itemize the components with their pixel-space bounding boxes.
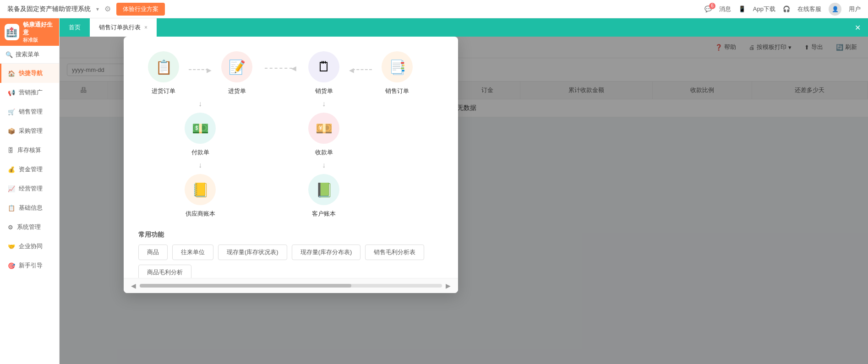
logo-text: 畅康通好生意 标准版 [23,21,55,43]
common-functions: 常用功能 商品 往来单位 现存量(库存状况表) 现存量(库存分布表) 销售毛利分… [138,231,443,278]
sidebar-item-quick[interactable]: 🏠 快捷导航 [0,64,59,83]
user-name-label: 用户 [849,5,861,13]
arrow-so-to-sb: ◀ [349,66,372,80]
popup-dialog: 📋 进货订单 ▶ 📝 进货单 [124,37,458,293]
payment-node: 💵 付款单 [181,109,219,160]
tab-close-icon[interactable]: × [144,24,147,31]
inventory-icon: 🗄 [8,147,14,154]
sidebar: 🏥 畅康通好生意 标准版 🔍 搜索菜单 🏠 快捷导航 📢 营销推广 🛒 销售管理… [0,18,60,364]
purchase-order-label: 进货订单 [152,87,175,95]
customer-account-label: 客户账本 [312,210,336,218]
scroll-right-arrow[interactable]: ▶ [446,282,451,289]
app-download-icon[interactable]: 📱 [738,5,746,12]
search-menu-item[interactable]: 🔍 搜索菜单 [0,46,59,64]
message-icon-wrapper[interactable]: 💬 6 [704,5,712,12]
sales-bill-circle: 🗒 [308,51,339,82]
message-badge: 6 [709,3,715,9]
logo-icon: 🏥 [5,24,19,40]
arrow-down-rec: ↓ [322,160,326,170]
customer-account-circle: 📗 [308,174,339,205]
online-service-icon[interactable]: 🎧 [783,5,790,12]
sidebar-item-finance[interactable]: 💰 资金管理 [0,160,59,179]
top-header: 装备及固定资产辅助管理系统 ▾ ⚙ 体验行业方案 💬 6 消息 📱 App下载 … [0,0,868,18]
arrow-down-sb: ↓ [322,99,326,109]
arrow-down-pb: ↓ [198,99,202,109]
scrollbar-thumb [140,284,351,288]
header-right: 💬 6 消息 📱 App下载 🎧 在线客服 👤 用户 [704,3,861,16]
system-icon: ⚙ [8,224,13,231]
arrow-po-to-pb: ▶ [189,66,212,80]
purchase-bill-circle: 📝 [221,51,252,82]
finance-icon: 💰 [8,166,15,173]
tab-home[interactable]: 首页 [60,18,90,37]
customer-account-node: 📗 客户账本 [305,170,343,222]
sidebar-item-guide[interactable]: 🎯 新手引导 [0,256,59,275]
guide-icon: 🎯 [8,262,15,269]
avatar[interactable]: 👤 [829,3,841,16]
search-icon: 🔍 [5,51,13,58]
sales-icon: 🛒 [8,109,15,115]
sidebar-item-system[interactable]: ⚙ 系统管理 [0,217,59,237]
content-area: 首页 销售订单执行表 × ✕ ❓ 帮助 🖨 按模板打印 ▾ [60,18,868,364]
receipt-circle: 💴 [308,113,339,144]
enterprise-icon: 🤝 [8,243,15,250]
gear-settings-icon[interactable]: ⚙ [104,5,111,13]
func-sales-profit-btn[interactable]: 销售毛利分析表 [365,244,424,260]
arrow-down-pay: ↓ [198,160,202,170]
sidebar-item-marketing[interactable]: 📢 营销推广 [0,83,59,102]
purchase-order-node: 📋 进货订单 [144,48,183,99]
sidebar-item-inventory[interactable]: 🗄 库存核算 [0,141,59,160]
flow-diagram: 📋 进货订单 ▶ 📝 进货单 [138,48,443,222]
basic-icon: 📋 [8,205,15,212]
func-product-btn[interactable]: 商品 [138,244,168,260]
sidebar-item-purchase[interactable]: 📦 采购管理 [0,121,59,141]
payment-circle: 💵 [185,113,216,144]
func-stock-dist-btn[interactable]: 现存量(库存分布表) [292,244,361,260]
func-product-profit-btn[interactable]: 商品毛利分析 [138,265,191,278]
tab-bar: 首页 销售订单执行表 × ✕ [60,18,868,37]
popup-body: 📋 进货订单 ▶ 📝 进货单 [124,37,458,278]
supplier-account-node: 📒 供应商账本 [181,170,219,222]
sales-bill-node: 🗒 销货单 [305,48,343,99]
sidebar-item-operations[interactable]: 📈 经营管理 [0,179,59,198]
app-download-label[interactable]: App下载 [753,5,775,13]
receipt-label: 收款单 [315,148,333,157]
app-title: 装备及固定资产辅助管理系统 [7,5,91,13]
sidebar-item-sales[interactable]: 🛒 销售管理 [0,102,59,121]
receipt-node: 💴 收款单 [305,109,343,160]
common-functions-title: 常用功能 [138,231,443,239]
header-left: 装备及固定资产辅助管理系统 ▾ ⚙ 体验行业方案 [7,3,165,16]
spacer-mid: ◀ [262,65,299,82]
func-partner-btn[interactable]: 往来单位 [172,244,213,260]
func-stock-status-btn[interactable]: 现存量(库存状况表) [218,244,287,260]
supplier-account-circle: 📒 [185,174,216,205]
popup-scrollbar: ◀ ▶ [124,278,458,293]
main-container: 🏥 畅康通好生意 标准版 🔍 搜索菜单 🏠 快捷导航 📢 营销推广 🛒 销售管理… [0,18,868,364]
supplier-account-label: 供应商账本 [186,210,215,218]
sales-order-node: 📑 销售订单 [378,48,416,99]
sidebar-item-enterprise[interactable]: 🤝 企业协同 [0,237,59,256]
close-all-tabs-icon[interactable]: ✕ [855,23,868,32]
tab-sales-order[interactable]: 销售订单执行表 × [90,18,157,37]
message-label: 消息 [719,5,731,13]
logo-area: 🏥 畅康通好生意 标准版 [0,18,59,46]
purchase-bill-node: 📝 进货单 [218,48,256,99]
dropdown-arrow-icon[interactable]: ▾ [96,6,99,12]
scrollbar-track[interactable] [140,284,442,288]
purchase-icon: 📦 [8,128,15,135]
sidebar-item-basic[interactable]: 📋 基础信息 [0,198,59,217]
online-service-label[interactable]: 在线客服 [797,5,821,13]
experience-button[interactable]: 体验行业方案 [116,3,165,16]
scroll-left-arrow[interactable]: ◀ [131,282,136,289]
marketing-icon: 📢 [8,89,15,96]
sales-order-label: 销售订单 [385,87,409,95]
content-inner: ❓ 帮助 🖨 按模板打印 ▾ ⬆ 导出 🔄 刷新 [60,37,868,364]
purchase-bill-label: 进货单 [228,87,246,95]
operations-icon: 📈 [8,185,15,192]
payment-label: 付款单 [191,148,209,157]
sales-bill-label: 销货单 [315,87,333,95]
overlay[interactable]: 📋 进货订单 ▶ 📝 进货单 [60,37,868,364]
sales-order-circle: 📑 [382,51,413,82]
home-icon: 🏠 [8,70,15,77]
purchase-order-circle: 📋 [148,51,179,82]
